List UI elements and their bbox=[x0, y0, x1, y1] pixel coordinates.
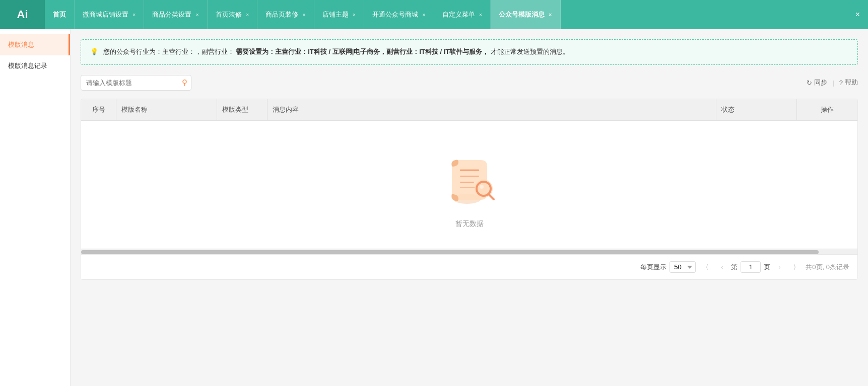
close-all-button[interactable]: × bbox=[847, 10, 868, 19]
nav-tab-weshop[interactable]: 微商城店铺设置× bbox=[75, 0, 144, 29]
search-right: ↻ 同步 | ? 帮助 bbox=[807, 78, 858, 87]
help-icon: ? bbox=[839, 79, 843, 87]
search-left: ⚲ bbox=[81, 75, 191, 91]
nav-tab-open-mall[interactable]: 开通公众号商城× bbox=[364, 0, 434, 29]
horizontal-scrollbar[interactable] bbox=[81, 249, 857, 255]
page-size-label: 每页显示 bbox=[640, 263, 666, 272]
nav-tab-homepage[interactable]: 首页装修× bbox=[208, 0, 257, 29]
nav-tab-custom-menu[interactable]: 自定义菜单× bbox=[434, 0, 491, 29]
search-icon[interactable]: ⚲ bbox=[182, 78, 187, 87]
help-button[interactable]: ? 帮助 bbox=[839, 78, 858, 87]
table-header: 序号 模版名称 模版类型 消息内容 状态 操作 bbox=[81, 99, 857, 121]
page-number-input[interactable] bbox=[741, 261, 761, 273]
total-info: 共0页, 0条记录 bbox=[806, 263, 849, 272]
page-unit: 页 bbox=[764, 263, 770, 272]
first-page-button[interactable]: ⟨ bbox=[701, 261, 713, 273]
nav-tabs-container: 首页微商城店铺设置×商品分类设置×首页装修×商品页装修×店铺主题×开通公众号商城… bbox=[45, 0, 847, 29]
th-action: 操作 bbox=[797, 99, 857, 120]
empty-text: 暂无数据 bbox=[455, 219, 484, 228]
last-page-button[interactable]: ⟩ bbox=[788, 261, 800, 273]
close-tab-category[interactable]: × bbox=[195, 12, 198, 18]
main-content: 💡 您的公众号行业为：主营行业：，副营行业： 需要设置为：主营行业：IT科技 /… bbox=[71, 29, 868, 386]
search-input-wrap: ⚲ bbox=[81, 75, 191, 91]
table-wrap: 序号 模版名称 模版类型 消息内容 状态 操作 bbox=[81, 99, 858, 280]
close-tab-weshop[interactable]: × bbox=[132, 12, 136, 18]
bulb-icon: 💡 bbox=[90, 48, 98, 55]
page-prefix: 第 bbox=[731, 263, 738, 272]
nav-tab-home[interactable]: 首页 bbox=[45, 0, 75, 29]
empty-illustration bbox=[439, 151, 500, 211]
close-tab-template-msg[interactable]: × bbox=[549, 12, 552, 18]
svg-line-7 bbox=[489, 194, 494, 199]
next-page-button[interactable]: › bbox=[773, 261, 785, 273]
close-tab-homepage[interactable]: × bbox=[246, 12, 249, 18]
th-type: 模版类型 bbox=[217, 99, 268, 120]
sync-icon: ↻ bbox=[807, 79, 812, 87]
nav-tab-template-msg[interactable]: 公众号模版消息× bbox=[491, 0, 560, 29]
scroll-thumb[interactable] bbox=[81, 250, 819, 254]
page-size-select[interactable]: 50 10 20 100 bbox=[670, 261, 696, 273]
nav-tab-theme[interactable]: 店铺主题× bbox=[314, 0, 364, 29]
top-nav: Ai 首页微商城店铺设置×商品分类设置×首页装修×商品页装修×店铺主题×开通公众… bbox=[0, 0, 868, 29]
th-seq: 序号 bbox=[81, 99, 116, 120]
sidebar-item-template-history[interactable]: 模版消息记录 bbox=[0, 55, 70, 76]
close-tab-custom-menu[interactable]: × bbox=[479, 12, 482, 18]
sync-label: 同步 bbox=[814, 78, 827, 87]
close-tab-product-page[interactable]: × bbox=[302, 12, 305, 18]
main-layout: 模版消息模版消息记录 💡 您的公众号行业为：主营行业：，副营行业： 需要设置为：… bbox=[0, 29, 868, 386]
close-tab-open-mall[interactable]: × bbox=[422, 12, 425, 18]
help-label: 帮助 bbox=[845, 78, 858, 87]
sidebar: 模版消息模版消息记录 bbox=[0, 29, 71, 386]
nav-tab-product-page[interactable]: 商品页装修× bbox=[257, 0, 314, 29]
th-content: 消息内容 bbox=[268, 99, 716, 120]
app-logo: Ai bbox=[0, 0, 45, 29]
svg-point-8 bbox=[480, 185, 484, 189]
sidebar-item-template-msg[interactable]: 模版消息 bbox=[0, 34, 70, 55]
search-input[interactable] bbox=[81, 75, 191, 91]
th-name: 模版名称 bbox=[116, 99, 217, 120]
th-status: 状态 bbox=[716, 99, 797, 120]
sync-button[interactable]: ↻ 同步 bbox=[807, 78, 827, 87]
divider: | bbox=[832, 79, 834, 87]
nav-tab-category[interactable]: 商品分类设置× bbox=[144, 0, 207, 29]
notice-highlight: 需要设置为：主营行业：IT科技 / 互联网|电子商务，副营行业：IT科技 / I… bbox=[236, 48, 489, 55]
close-tab-theme[interactable]: × bbox=[353, 12, 356, 18]
search-bar: ⚲ ↻ 同步 | ? 帮助 bbox=[81, 75, 858, 91]
pagination: 每页显示 50 10 20 100 ⟨ ‹ 第 页 › ⟩ bbox=[81, 255, 857, 279]
notice-prefix: 您的公众号行业为：主营行业：，副营行业： bbox=[103, 48, 234, 55]
notice-banner: 💡 您的公众号行业为：主营行业：，副营行业： 需要设置为：主营行业：IT科技 /… bbox=[81, 39, 858, 65]
notice-suffix: 才能正常发送预置的消息。 bbox=[491, 48, 569, 55]
page-size-wrap: 每页显示 50 10 20 100 bbox=[640, 261, 696, 273]
empty-state: 暂无数据 bbox=[81, 121, 857, 249]
logo-text: Ai bbox=[17, 8, 28, 21]
prev-page-button[interactable]: ‹ bbox=[716, 261, 728, 273]
page-nav: ⟨ ‹ 第 页 › ⟩ bbox=[701, 261, 800, 273]
